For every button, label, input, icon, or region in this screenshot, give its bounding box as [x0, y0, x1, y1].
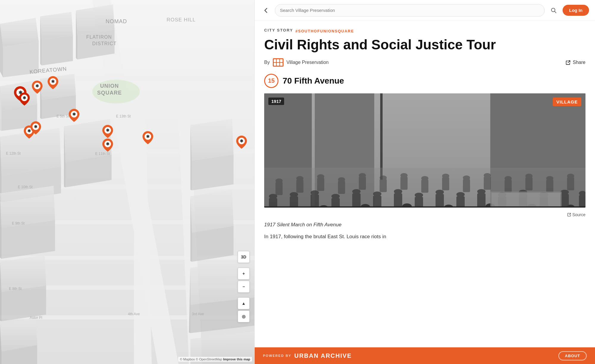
map-marker-10[interactable]: ✱: [143, 131, 153, 144]
top-bar: Log In: [255, 0, 595, 21]
source-label: Source: [572, 212, 585, 217]
svg-rect-224: [264, 168, 585, 206]
map-marker-7[interactable]: ✱: [69, 109, 79, 122]
stop-number-badge: 15: [264, 74, 278, 88]
stop-address: 70 Fifth Avenue: [283, 76, 344, 86]
svg-text:E 13th St: E 13th St: [116, 114, 131, 118]
svg-text:✱: ✱: [34, 124, 37, 129]
author-row: By Village Preservation: [264, 58, 585, 67]
author-by-label: By: [264, 60, 270, 65]
svg-text:✱: ✱: [51, 79, 55, 84]
author-name: Village Preservation: [286, 60, 329, 65]
urban-archive-logo[interactable]: URBAN ARCHIVE: [294, 352, 352, 359]
image-caption: 1917 Silent March on Fifth Avenue: [264, 222, 585, 228]
svg-text:✱: ✱: [35, 84, 39, 88]
svg-text:E 9th St: E 9th St: [12, 221, 25, 225]
svg-marker-45: [190, 190, 234, 233]
3d-toggle-button[interactable]: 3D: [238, 251, 250, 263]
svg-text:DISTRICT: DISTRICT: [92, 41, 117, 46]
svg-marker-4: [0, 74, 254, 80]
map-marker-6[interactable]: ✱: [30, 121, 41, 134]
svg-text:E 10th St: E 10th St: [18, 185, 33, 189]
svg-text:✱: ✱: [146, 134, 150, 139]
content-area[interactable]: CITY STORY #SOUTHOFUNIONSQUARE Civil Rig…: [255, 21, 595, 347]
right-panel: Log In CITY STORY #SOUTHOFUNIONSQUARE Ci…: [254, 0, 595, 364]
source-link-icon: [567, 213, 571, 217]
village-badge: VILLAGE: [553, 98, 581, 106]
map-marker-9[interactable]: ✱: [102, 139, 113, 152]
svg-text:✱: ✱: [106, 128, 109, 133]
svg-rect-116: [380, 93, 383, 180]
svg-text:Astor Pl: Astor Pl: [30, 316, 42, 320]
svg-text:✱: ✱: [240, 139, 243, 143]
bottom-bar: POWERED BY URBAN ARCHIVE ABOUT: [255, 347, 595, 364]
search-button[interactable]: [548, 5, 559, 16]
map-buildings-svg: KOREATOWN NOMAD FLATIRON DISTRICT ROSE H…: [0, 0, 254, 364]
svg-marker-17: [42, 36, 73, 65]
svg-text:E 8th St: E 8th St: [9, 287, 22, 291]
source-link[interactable]: Source: [264, 212, 585, 217]
svg-text:E 12th St: E 12th St: [6, 151, 21, 156]
map-panel: KOREATOWN NOMAD FLATIRON DISTRICT ROSE H…: [0, 0, 254, 364]
svg-text:SQUARE: SQUARE: [97, 90, 122, 96]
svg-text:3rd Ave: 3rd Ave: [192, 312, 204, 316]
svg-text:E 11th St: E 11th St: [95, 152, 110, 156]
share-icon: [566, 60, 571, 65]
image-container: 1917 VILLAGE: [264, 93, 585, 208]
map-marker-3[interactable]: ✱: [19, 92, 30, 106]
svg-text:✱: ✱: [72, 112, 76, 117]
svg-text:✱: ✱: [106, 142, 109, 146]
login-button[interactable]: Log In: [563, 5, 589, 16]
map-marker-8[interactable]: ✱: [102, 125, 113, 138]
map-marker-11[interactable]: ✱: [236, 136, 247, 149]
svg-text:4th Ave: 4th Ave: [128, 312, 140, 316]
share-label: Share: [573, 60, 585, 65]
svg-marker-36: [0, 255, 46, 292]
map-3d-view: KOREATOWN NOMAD FLATIRON DISTRICT ROSE H…: [0, 0, 254, 364]
svg-text:E 5th St: E 5th St: [57, 114, 69, 118]
svg-text:FLATIRON: FLATIRON: [86, 34, 112, 40]
locate-button[interactable]: ◎: [238, 310, 250, 322]
powered-by: POWERED BY URBAN ARCHIVE: [263, 352, 352, 359]
description-text: In 1917, following the brutal East St. L…: [264, 233, 585, 241]
zoom-in-button[interactable]: +: [238, 268, 250, 280]
map-attribution: © Mapbox © OpenStreetMap Improve this ma…: [178, 357, 252, 362]
map-controls: 3D + − ▲ ◎: [238, 251, 250, 322]
svg-marker-44: [192, 155, 234, 190]
compass-button[interactable]: ▲: [238, 297, 250, 309]
search-input[interactable]: [275, 4, 545, 17]
tour-title: Civil Rights and Social Justice Tour: [264, 37, 585, 52]
share-button[interactable]: Share: [566, 60, 585, 65]
march-photo-svg: [264, 93, 585, 206]
image-year-badge: 1917: [268, 98, 284, 105]
back-icon: [263, 7, 269, 14]
author-info: By Village Preservation: [264, 58, 329, 67]
svg-marker-15: [40, 12, 73, 39]
svg-text:UNION: UNION: [100, 83, 119, 89]
improve-map-link[interactable]: Improve this map: [223, 357, 250, 361]
author-logo: [273, 58, 284, 67]
back-button[interactable]: [261, 5, 271, 16]
zoom-out-button[interactable]: −: [238, 281, 250, 293]
svg-text:NOMAD: NOMAD: [106, 18, 127, 24]
svg-text:ROSE HILL: ROSE HILL: [167, 17, 196, 23]
map-marker-4[interactable]: ✱: [48, 76, 58, 89]
category-tag[interactable]: #SOUTHOFUNIONSQUARE: [295, 29, 354, 33]
search-icon: [551, 7, 557, 13]
category-label: CITY STORY: [264, 28, 293, 32]
svg-text:✱: ✱: [23, 95, 26, 100]
map-marker-1[interactable]: ✱: [32, 81, 43, 94]
powered-by-label: POWERED BY: [263, 354, 291, 357]
about-button[interactable]: ABOUT: [558, 351, 587, 360]
svg-marker-42: [190, 119, 234, 161]
stop-header: 15 70 Fifth Avenue: [264, 74, 585, 88]
